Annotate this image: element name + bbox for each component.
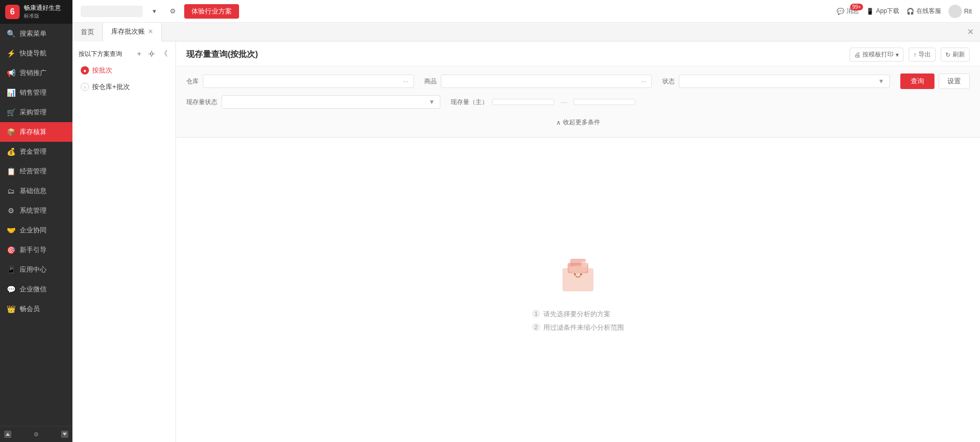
refresh-button[interactable]: ↻ 刷新 <box>941 48 970 62</box>
stock-status-filter-select[interactable]: ▼ <box>221 95 440 109</box>
sidebar-item-label: 采购管理 <box>20 108 47 117</box>
refresh-icon: ↻ <box>945 51 951 58</box>
scheme-item-label: 按仓库+批次 <box>92 82 130 92</box>
user-avatar-area[interactable]: Rit <box>948 5 972 18</box>
stock-status-filter-label: 现存量状态 <box>186 98 217 107</box>
empty-tip-1: 1 请先选择要分析的方案 <box>532 310 624 319</box>
export-label: 导出 <box>918 50 931 59</box>
warehouse-more-icon[interactable]: ··· <box>403 78 408 85</box>
shortcut-icon: ⚡ <box>6 49 16 58</box>
newguide-icon: 🎯 <box>6 245 16 255</box>
marketing-icon: 📢 <box>6 68 16 78</box>
tab-batch-account-label: 库存批次账 <box>111 27 145 36</box>
online-service-label: 在线客服 <box>916 7 941 16</box>
scroll-up-icon[interactable] <box>4 431 11 438</box>
sidebar-nav: 🔍 搜索菜单 ⚡ 快捷导航 📢 营销推广 📊 销售管理 🛒 采购管理 📦 库存核… <box>0 24 72 426</box>
sidebar-item-collab[interactable]: 🤝 企业协同 <box>0 220 72 240</box>
export-icon: ↑ <box>913 51 916 58</box>
sidebar-item-label: 搜索菜单 <box>20 29 47 38</box>
empty-tips: 1 请先选择要分析的方案 2 用过滤条件来缩小分析范围 <box>532 310 624 332</box>
product-more-icon[interactable]: ··· <box>641 78 646 85</box>
sidebar-item-label: 系统管理 <box>20 206 47 215</box>
username-label: Rit <box>964 8 972 15</box>
scroll-down-icon[interactable] <box>61 431 68 438</box>
sidebar-item-system[interactable]: ⚙ 系统管理 <box>0 201 72 220</box>
sidebar-header: 6 畅康通好生意 标准版 <box>0 0 72 24</box>
sidebar-item-operations[interactable]: 📋 经营管理 <box>0 161 72 181</box>
stock-qty-from-input[interactable] <box>492 99 554 105</box>
add-scheme-icon[interactable]: ＋ <box>134 49 144 59</box>
sales-icon: 📊 <box>6 88 16 97</box>
sidebar-item-shortcut[interactable]: ⚡ 快捷导航 <box>0 43 72 63</box>
topbar-left: ▾ ⚙ 体验行业方案 <box>81 4 831 19</box>
sidebar-item-inventory[interactable]: 📦 库存核算 <box>0 122 72 142</box>
scheme-item-label: 按批次 <box>92 66 112 75</box>
message-icon: 💬 <box>837 8 844 15</box>
sidebar-item-label: 快捷导航 <box>20 49 47 58</box>
settings-icon[interactable]: ⚙ <box>34 431 39 438</box>
tip-text-1: 请先选择要分析的方案 <box>543 310 611 319</box>
collapse-scheme-icon[interactable]: 《 <box>159 49 169 59</box>
sidebar-item-search[interactable]: 🔍 搜索菜单 <box>0 24 72 43</box>
topbar-search-input[interactable] <box>81 6 143 17</box>
warehouse-filter-input[interactable]: ··· <box>203 75 414 88</box>
warehouse-filter-label: 仓库 <box>186 77 199 86</box>
query-button[interactable]: 查询 <box>900 73 934 89</box>
sidebar-item-label: 应用中心 <box>20 265 47 274</box>
svg-point-7 <box>581 261 587 267</box>
topbar-dropdown-icon[interactable]: ▾ <box>147 4 161 19</box>
messages-button[interactable]: 💬 消息 99+ <box>837 7 859 16</box>
status-dropdown-icon: ▼ <box>878 78 884 85</box>
user-avatar <box>948 5 962 18</box>
page-header: 现存量查询(按批次) 🖨 按模板打印 ▾ ↑ 导出 ↻ 刷新 <box>176 41 980 66</box>
settings-button[interactable]: 设置 <box>939 73 970 89</box>
scheme-item-by-batch[interactable]: ● 按批次 <box>72 62 175 79</box>
tab-batch-account[interactable]: 库存批次账 ✕ <box>103 23 162 41</box>
collapse-label: 收起更多条件 <box>563 118 600 127</box>
sidebar-item-marketing[interactable]: 📢 营销推广 <box>0 63 72 83</box>
online-service-button[interactable]: 🎧 在线客服 <box>907 7 941 16</box>
tab-close-icon[interactable]: ✕ <box>148 28 153 35</box>
sidebar-item-base[interactable]: 🗂 基础信息 <box>0 181 72 201</box>
sidebar-item-weixin[interactable]: 💬 企业微信 <box>0 279 72 299</box>
stock-qty-to-input[interactable] <box>573 99 635 105</box>
sidebar-item-sales[interactable]: 📊 销售管理 <box>0 83 72 102</box>
stock-status-dropdown-icon: ▼ <box>428 98 435 106</box>
tab-home[interactable]: 首页 <box>72 23 103 41</box>
svg-marker-1 <box>63 433 67 436</box>
settings-scheme-icon[interactable] <box>146 49 157 59</box>
member-icon: 👑 <box>6 304 16 314</box>
trial-button[interactable]: 体验行业方案 <box>184 4 239 19</box>
export-button[interactable]: ↑ 导出 <box>909 48 936 62</box>
scheme-item-by-warehouse-batch[interactable]: ○ 按仓库+批次 <box>72 79 175 95</box>
tab-panel-close-icon[interactable]: ✕ <box>961 27 980 37</box>
sidebar: 6 畅康通好生意 标准版 🔍 搜索菜单 ⚡ 快捷导航 📢 营销推广 📊 销售管理… <box>0 0 72 442</box>
print-template-button[interactable]: 🖨 按模板打印 ▾ <box>850 48 903 62</box>
filter-stock-status: 现存量状态 ▼ <box>186 95 440 109</box>
sidebar-item-label: 销售管理 <box>20 88 47 97</box>
page-title: 现存量查询(按批次) <box>186 49 258 60</box>
print-dropdown-icon[interactable]: ▾ <box>896 51 899 58</box>
filter-row-1: 仓库 ··· 商品 ··· 状态 <box>186 73 970 89</box>
empty-state: 1 请先选择要分析的方案 2 用过滤条件来缩小分析范围 <box>176 138 980 442</box>
print-icon: 🖨 <box>854 51 860 58</box>
status-filter-select[interactable]: ▼ <box>679 75 890 88</box>
sidebar-item-member[interactable]: 👑 畅会员 <box>0 299 72 319</box>
weixin-icon: 💬 <box>6 285 16 294</box>
inventory-icon: 📦 <box>6 127 16 137</box>
topbar-right: 💬 消息 99+ 📱 App下载 🎧 在线客服 Rit <box>837 5 972 18</box>
search-icon: 🔍 <box>6 29 16 38</box>
app-download-button[interactable]: 📱 App下载 <box>866 7 899 16</box>
sidebar-item-label: 畅会员 <box>20 304 40 314</box>
sidebar-item-purchase[interactable]: 🛒 采购管理 <box>0 102 72 122</box>
collapse-filter-button[interactable]: ∧ 收起更多条件 <box>186 115 970 130</box>
sidebar-item-finance[interactable]: 💰 资金管理 <box>0 142 72 161</box>
product-filter-input[interactable]: ··· <box>441 75 652 88</box>
sidebar-item-appstore[interactable]: 📱 应用中心 <box>0 260 72 279</box>
system-icon: ⚙ <box>6 206 16 215</box>
sidebar-item-label: 库存核算 <box>20 127 47 137</box>
filter-warehouse: 仓库 ··· <box>186 75 414 88</box>
sidebar-item-newguide[interactable]: 🎯 新手引导 <box>0 240 72 260</box>
topbar-settings-icon[interactable]: ⚙ <box>166 4 180 19</box>
svg-point-9 <box>580 273 582 275</box>
